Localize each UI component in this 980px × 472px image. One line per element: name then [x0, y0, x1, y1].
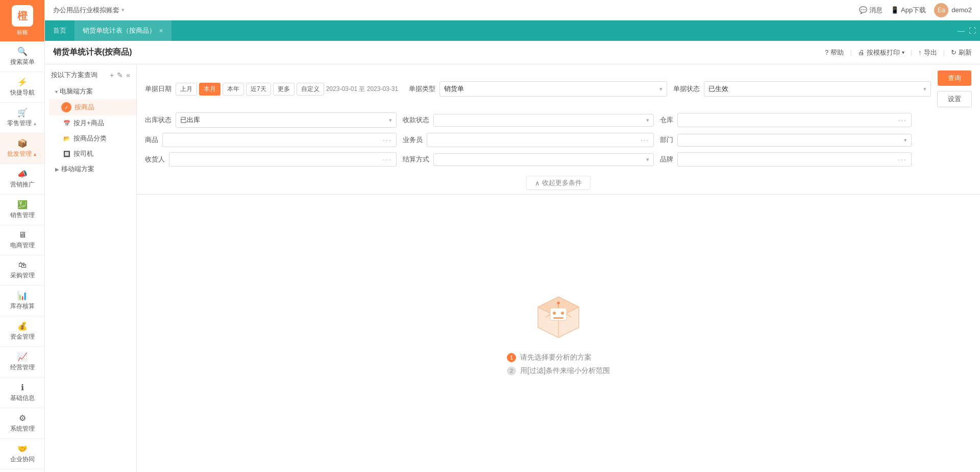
- date-last-month-button[interactable]: 上月: [176, 83, 197, 96]
- marketing-icon: 📣: [17, 169, 28, 179]
- filter-item-receiver: 收货人 ···: [145, 152, 397, 167]
- help-button[interactable]: ? 帮助: [825, 48, 844, 57]
- collapse-row: ∧ 收起更多条件: [145, 172, 972, 194]
- sidebar-item-quicknav[interactable]: ⚡ 快捷导航: [0, 72, 44, 103]
- status-select[interactable]: 已生效 ▾: [704, 81, 931, 97]
- sidebar-item-inventory[interactable]: 📊 库存核算: [0, 286, 44, 316]
- sidebar-item-label: 搜索菜单: [10, 58, 35, 66]
- system-icon: ⚙: [19, 413, 26, 423]
- empty-tip-2: 2 用[过滤]条件来缩小分析范围: [507, 366, 610, 375]
- sidebar-item-enterprise[interactable]: 🤝 企业协同: [0, 439, 44, 469]
- tree-item-by-category[interactable]: 📂 按商品分类: [49, 131, 136, 146]
- logo-icon: 橙: [12, 5, 33, 27]
- page-header-actions: ? 帮助 | 🖨 按模板打印 ▾ | ↑ 导出 | ↻ 刷新: [825, 48, 972, 63]
- empty-tip-1: 1 请先选择要分析的方案: [507, 353, 610, 362]
- filter-item-pay-status: 收款状态 ▾: [403, 114, 654, 127]
- tab-minimize-button[interactable]: —: [958, 27, 965, 35]
- tab-maximize-button[interactable]: ⛶: [969, 27, 976, 35]
- sidebar-item-marketing[interactable]: 📣 营销推广: [0, 164, 44, 195]
- filter-item-salesperson: 业务员 ···: [403, 133, 654, 147]
- tab-sales-stat[interactable]: 销货单统计表（按商品） ✕: [75, 20, 172, 41]
- filter-item-brand: 品牌 ···: [660, 152, 912, 167]
- inventory-icon: 📊: [17, 291, 28, 300]
- print-icon: 🖨: [858, 49, 865, 56]
- date-custom-button[interactable]: 自定义: [297, 83, 324, 96]
- query-button[interactable]: 查询: [938, 70, 971, 86]
- chevron-right-icon: ▶: [55, 167, 59, 172]
- add-scheme-button[interactable]: +: [110, 71, 114, 79]
- export-button[interactable]: ↑ 导出: [918, 48, 937, 57]
- chevron-down-icon: ▾: [904, 137, 907, 144]
- date-this-month-button[interactable]: 本月: [199, 83, 220, 96]
- enterprise-icon: 🤝: [17, 444, 28, 454]
- product-label: 商品: [145, 135, 158, 145]
- message-button[interactable]: 💬 消息: [859, 6, 883, 15]
- logo-area[interactable]: 橙 标账: [0, 0, 44, 41]
- template-print-button[interactable]: 🖨 按模板打印 ▾: [858, 48, 904, 57]
- tree-section-pc: ▾ 电脑端方案 ✓ 按商品 📅 按月+商品 📂 按商品分类: [45, 84, 136, 161]
- sidebar-item-basic[interactable]: ℹ 基础信息: [0, 377, 44, 408]
- sidebar-item-wholesale[interactable]: 📦 批发管理 ▲: [0, 133, 44, 164]
- tree-section-pc-header[interactable]: ▾ 电脑端方案: [49, 84, 136, 99]
- left-panel: 按以下方案查询 + ✎ « ▾ 电脑端方案 ✓: [45, 64, 137, 472]
- tree-item-by-month-product[interactable]: 📅 按月+商品: [49, 115, 136, 131]
- edit-scheme-button[interactable]: ✎: [117, 71, 123, 79]
- tip-number-2: 2: [507, 366, 516, 375]
- dept-label: 部门: [660, 135, 673, 145]
- payment-select[interactable]: ▾: [433, 153, 654, 166]
- product-input[interactable]: ···: [162, 133, 397, 147]
- type-label: 单据类型: [409, 84, 435, 93]
- brand-label: 品牌: [660, 155, 673, 164]
- sidebar-item-search[interactable]: 🔍 搜索菜单: [0, 41, 44, 72]
- logo-text: 标账: [17, 29, 28, 36]
- sidebar-item-sales[interactable]: 💹 销售管理: [0, 195, 44, 225]
- receiver-label: 收货人: [145, 155, 165, 164]
- chevron-icon: ▲: [33, 121, 37, 126]
- collapse-button[interactable]: ∧ 收起更多条件: [526, 176, 591, 190]
- filter-item-dept: 部门 ▾: [660, 134, 912, 147]
- sidebar-item-label: 库存核算: [10, 302, 35, 311]
- tree-item-by-product[interactable]: ✓ 按商品: [49, 99, 136, 115]
- sidebar-item-finance[interactable]: 💰 资金管理: [0, 316, 44, 347]
- dropdown-arrow-icon: ▾: [121, 7, 125, 13]
- date-this-year-button[interactable]: 本年: [223, 83, 244, 96]
- receiver-input[interactable]: ···: [169, 152, 397, 167]
- refresh-button[interactable]: ↻ 刷新: [951, 48, 972, 57]
- tree-item-by-cashier[interactable]: 🔲 按司机: [49, 146, 136, 161]
- date-more-button[interactable]: 更多: [273, 83, 295, 96]
- topbar: 办公用品行业模拟账套 ▾ 💬 消息 📱 App下载 Ea demo2: [45, 0, 980, 20]
- settings-button[interactable]: 设置: [937, 91, 972, 107]
- tab-close-button[interactable]: ✕: [159, 28, 163, 34]
- out-status-select[interactable]: 已出库 ▾: [176, 112, 397, 128]
- collapse-panel-button[interactable]: «: [126, 71, 130, 79]
- app-title: 办公用品行业模拟账套 ▾: [53, 6, 125, 15]
- brand-input[interactable]: ···: [677, 152, 912, 167]
- sidebar-item-purchase[interactable]: 🛍 采购管理: [0, 255, 44, 286]
- warehouse-label: 仓库: [660, 115, 673, 125]
- tree-section-mobile-header[interactable]: ▶ 移动端方案: [49, 161, 136, 177]
- pay-status-label: 收款状态: [403, 115, 429, 125]
- user-menu-button[interactable]: Ea demo2: [934, 3, 972, 17]
- more-options-icon: ···: [898, 155, 907, 163]
- chevron-icon: ▲: [33, 152, 37, 157]
- warehouse-input[interactable]: ···: [677, 113, 912, 127]
- page-title: 销货单统计表(按商品): [53, 47, 132, 64]
- tab-home[interactable]: 首页: [45, 20, 75, 41]
- sidebar-item-retail[interactable]: 🛒 零售管理 ▲: [0, 103, 44, 133]
- filter-item-date: 单据日期 上月 本月 本年 近7天 更多 自定义 2023-03-01 至 20…: [145, 83, 403, 96]
- pay-status-select[interactable]: ▾: [433, 114, 654, 127]
- date-range: 2023-03-01 至 2023-03-31: [326, 85, 398, 93]
- salesperson-input[interactable]: ···: [427, 133, 654, 147]
- sidebar-item-label: 资金管理: [10, 333, 35, 341]
- sidebar-item-newbie[interactable]: 🎯 新手引导: [0, 469, 44, 472]
- export-icon: ↑: [918, 49, 922, 56]
- sidebar-item-ecommerce[interactable]: 🖥 电商管理: [0, 225, 44, 255]
- app-download-button[interactable]: 📱 App下载: [891, 6, 926, 15]
- dept-select[interactable]: ▾: [677, 134, 912, 147]
- sidebar-item-label: 批发管理: [7, 150, 32, 158]
- type-select[interactable]: 销货单 ▾: [439, 81, 667, 97]
- date-last7-button[interactable]: 近7天: [246, 83, 271, 96]
- sidebar-item-operation[interactable]: 📈 经营管理: [0, 347, 44, 377]
- more-options-icon: ···: [383, 155, 392, 163]
- sidebar-item-system[interactable]: ⚙ 系统管理: [0, 408, 44, 439]
